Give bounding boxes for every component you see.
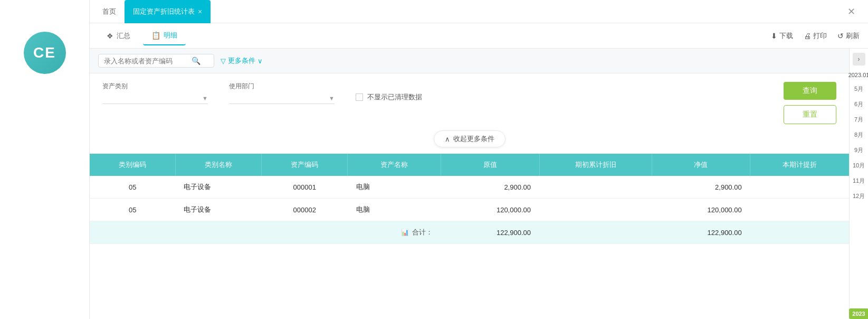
month-6[interactable]: 6月 <box>851 98 867 111</box>
nav-home[interactable]: 首页 <box>98 5 120 18</box>
more-filter-button[interactable]: ▽ 更多条件 ∨ <box>221 56 263 65</box>
search-input[interactable] <box>104 57 188 65</box>
refresh-icon: ↺ <box>837 32 844 40</box>
col-current-dep: 本期计提折 <box>750 154 849 176</box>
cell-asset-name: 电脑 <box>348 176 441 199</box>
col-cat-code: 类别编码 <box>90 154 175 176</box>
asset-type-arrow-icon: ▼ <box>202 95 208 101</box>
table-row: 05 电子设备 000001 电脑 2,900.00 2,900.00 <box>90 176 849 199</box>
cell-cat-name: 电子设备 <box>175 176 261 199</box>
cell-accum-dep <box>539 176 652 199</box>
collapse-bar: ∧ 收起更多条件 <box>90 124 849 154</box>
asset-type-filter: 资产类别 ▼ <box>102 82 208 104</box>
advanced-filters: 资产类别 ▼ 使用部门 ▼ 不显示已清理数据 <box>90 73 849 124</box>
tab-detail[interactable]: 📋 明细 <box>143 26 186 45</box>
current-date-label: 2023.01 <box>848 72 868 78</box>
year-label[interactable]: 2023 <box>849 308 868 319</box>
cell-asset-code: 000002 <box>262 199 348 221</box>
print-button[interactable]: 🖨 打印 <box>804 31 827 41</box>
filter-actions: 查询 重置 <box>784 82 836 124</box>
month-10[interactable]: 10月 <box>851 159 867 172</box>
month-7[interactable]: 7月 <box>851 113 867 126</box>
search-input-wrap[interactable]: 🔍 <box>98 54 214 68</box>
chevron-down-icon: ∨ <box>257 57 263 65</box>
table-header-row: 类别编码 类别名称 资产编码 资产名称 原值 期初累计折旧 净值 本期计提折 <box>90 154 849 176</box>
hide-cleared-group: 不显示已清理数据 <box>356 82 422 102</box>
download-icon: ⬇ <box>771 32 777 40</box>
summary-icon: ❖ <box>107 32 113 40</box>
download-button[interactable]: ⬇ 下载 <box>771 31 793 41</box>
cell-cat-code: 05 <box>90 176 175 199</box>
cell-cat-code: 05 <box>90 199 175 221</box>
total-accum-dep <box>539 221 652 244</box>
total-original-value: 122,900.00 <box>441 221 539 244</box>
print-label: 打印 <box>813 31 827 41</box>
col-accum-dep: 期初累计折旧 <box>539 154 652 176</box>
cell-current-dep <box>750 176 849 199</box>
tab-summary-label: 汇总 <box>117 31 130 41</box>
close-tab-button[interactable]: × <box>198 7 202 16</box>
cell-original-value: 120,000.00 <box>441 199 539 221</box>
col-asset-code: 资产编码 <box>262 154 348 176</box>
total-text: 合计： <box>412 228 433 237</box>
search-icon: 🔍 <box>192 57 201 65</box>
table-row: 05 电子设备 000002 电脑 120,000.00 120,000.00 <box>90 199 849 221</box>
month-12[interactable]: 12月 <box>851 190 867 203</box>
asset-type-select[interactable]: ▼ <box>102 93 208 104</box>
logo-icon: CE <box>24 32 66 74</box>
col-cat-name: 类别名称 <box>175 154 261 176</box>
cell-asset-code: 000001 <box>262 176 348 199</box>
download-label: 下载 <box>779 31 793 41</box>
query-button[interactable]: 查询 <box>784 82 836 100</box>
month-9[interactable]: 9月 <box>851 144 867 157</box>
cell-net-value: 120,000.00 <box>652 199 750 221</box>
col-net-value: 净值 <box>652 154 750 176</box>
hide-cleared-checkbox[interactable] <box>356 93 363 101</box>
col-asset-name: 资产名称 <box>348 154 441 176</box>
detail-icon: 📋 <box>151 31 160 40</box>
month-11[interactable]: 11月 <box>851 174 867 187</box>
right-panel: › 2023.01 5月 6月 7月 8月 9月 10月 11月 12月 202… <box>849 49 868 319</box>
month-8[interactable]: 8月 <box>851 128 867 142</box>
logo-area: CE <box>0 0 90 319</box>
total-current-dep <box>750 221 849 244</box>
tab-label: 固定资产折旧统计表 <box>133 7 195 16</box>
search-bar: 🔍 ▽ 更多条件 ∨ <box>90 49 849 73</box>
data-table-wrap: 类别编码 类别名称 资产编码 资产名称 原值 期初累计折旧 净值 本期计提折 0… <box>90 154 849 319</box>
dept-label: 使用部门 <box>229 82 335 91</box>
filter-area: 🔍 ▽ 更多条件 ∨ 资产类别 ▼ 使用部门 <box>90 49 849 319</box>
close-window-button[interactable]: ✕ <box>843 4 860 20</box>
total-label: 📊 合计： <box>348 221 441 244</box>
cell-current-dep <box>750 199 849 221</box>
collapse-button[interactable]: ∧ 收起更多条件 <box>434 130 505 147</box>
toolbar-actions: ⬇ 下载 🖨 打印 ↺ 刷新 <box>771 31 860 41</box>
cell-cat-name: 电子设备 <box>175 199 261 221</box>
month-5[interactable]: 5月 <box>851 82 867 96</box>
active-tab[interactable]: 固定资产折旧统计表 × <box>125 0 211 23</box>
dept-select[interactable]: ▼ <box>229 93 335 104</box>
hide-cleared-label: 不显示已清理数据 <box>367 92 422 102</box>
top-nav: 首页 固定资产折旧统计表 × ✕ <box>90 0 868 23</box>
asset-type-label: 资产类别 <box>102 82 208 91</box>
refresh-button[interactable]: ↺ 刷新 <box>837 31 860 41</box>
tab-summary[interactable]: ❖ 汇总 <box>98 27 139 45</box>
cell-asset-name: 电脑 <box>348 199 441 221</box>
dept-filter: 使用部门 ▼ <box>229 82 335 104</box>
main-content: 首页 固定资产折旧统计表 × ✕ ❖ 汇总 📋 明细 ⬇ 下载 🖨 打印 <box>90 0 868 319</box>
print-icon: 🖨 <box>804 32 811 40</box>
total-icon: 📊 <box>401 229 409 236</box>
collapse-label: 收起更多条件 <box>453 134 494 144</box>
total-net-value: 122,900.00 <box>652 221 750 244</box>
cell-original-value: 2,900.00 <box>441 176 539 199</box>
collapse-up-icon: ∧ <box>445 135 450 143</box>
col-original-value: 原值 <box>441 154 539 176</box>
data-table: 类别编码 类别名称 资产编码 资产名称 原值 期初累计折旧 净值 本期计提折 0… <box>90 154 849 244</box>
filter-icon: ▽ <box>221 57 226 65</box>
reset-button[interactable]: 重置 <box>784 105 836 124</box>
refresh-label: 刷新 <box>846 31 860 41</box>
tab-detail-label: 明细 <box>164 31 177 40</box>
panel-arrow-button[interactable]: › <box>853 53 865 65</box>
page-content: 🔍 ▽ 更多条件 ∨ 资产类别 ▼ 使用部门 <box>90 49 868 319</box>
cell-accum-dep <box>539 199 652 221</box>
dept-arrow-icon: ▼ <box>329 95 335 101</box>
